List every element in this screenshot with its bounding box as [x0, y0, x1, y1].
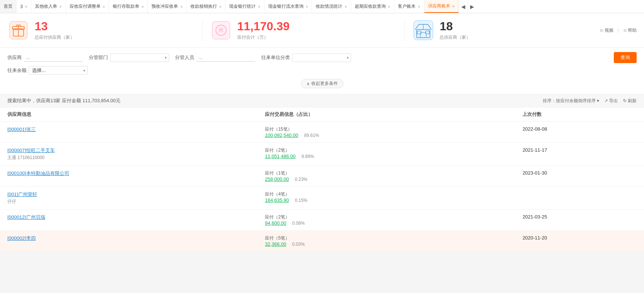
trans-info-cell: 应付（4笔）164,635.900.15%: [258, 187, 515, 210]
close-icon[interactable]: ×: [388, 4, 390, 9]
help-link[interactable]: ⊙ 帮助: [623, 27, 637, 34]
summary-card-total-suppliers: 18 总供应商（家）: [412, 19, 600, 41]
filter-person: 分管人员: [175, 54, 255, 62]
trans-count: （1笔）: [274, 170, 290, 176]
nav-customer-ledger[interactable]: 客户账本 ×: [394, 0, 424, 13]
supplier-info-cell: [000100]本特勤油品有限公司: [0, 166, 258, 187]
nav-home[interactable]: 首页: [0, 0, 17, 13]
collapse-button[interactable]: ∧ 收起更多条件: [301, 79, 343, 88]
close-icon[interactable]: ×: [180, 4, 182, 9]
supplier-link[interactable]: [000100]本特勤油品有限公司: [7, 170, 69, 176]
total-suppliers-value: 18: [440, 20, 470, 33]
amount-link[interactable]: 94,600.00: [265, 220, 286, 226]
trans-label: 应付: [265, 148, 274, 153]
nav-ar-ap-adjust[interactable]: 应收应付调整单 ×: [66, 0, 109, 13]
trans-count: （4笔）: [274, 192, 290, 197]
close-icon[interactable]: ×: [344, 4, 347, 9]
nav-bank-deposit[interactable]: 银行存取款单 ×: [109, 0, 148, 13]
amount-link[interactable]: 100,092,540.00: [265, 132, 298, 138]
refresh-icon: ↻: [623, 98, 627, 103]
payable-amount-value: 11,170.39: [237, 20, 290, 33]
supplier-link[interactable]: [000007]恒旺二手叉车: [7, 148, 55, 153]
close-icon[interactable]: ×: [141, 4, 144, 9]
category-label: 往来单位分类: [261, 54, 290, 61]
video-link[interactable]: ⊙ 视频: [600, 27, 613, 34]
supplier-link[interactable]: [000001]张三: [7, 127, 36, 132]
collapse-bar: ∧ 收起更多条件: [7, 77, 637, 91]
header-last-payment: 上次付数: [515, 107, 644, 122]
close-icon[interactable]: ×: [59, 4, 62, 9]
refresh-button[interactable]: ↻ 刷新: [623, 98, 637, 104]
nav-cash-bank-query[interactable]: 现金银行流水查询 ×: [265, 0, 312, 13]
amount-link[interactable]: 32,366.00: [265, 241, 286, 247]
trans-count: （5笔）: [274, 235, 290, 241]
dept-select[interactable]: [110, 54, 169, 62]
supplier-link[interactable]: [000012]广州贝瑞: [7, 214, 45, 220]
person-label: 分管人员: [175, 54, 194, 61]
summary-area: 13 总应付供应商（家） 米 11,170.39 应付合计（万）: [0, 13, 644, 48]
close-icon[interactable]: ×: [418, 4, 420, 9]
trans-label-line: 应付（1笔）: [265, 170, 508, 176]
supplier-link[interactable]: [000002]李四: [7, 235, 36, 241]
table-scroll[interactable]: 供应商信息 应付交易信息（占比） 上次付数 [000001]张三应付（15笔）1…: [0, 107, 644, 252]
svg-text:米: 米: [218, 27, 224, 33]
result-bar: 搜索结果中，供应商13家 应付金额 111,703,854.00元 排序：按应付…: [0, 94, 644, 107]
nav-collection-exec[interactable]: 收款核销执行 ×: [187, 0, 225, 13]
filter-row-1: 供应商 分管部门 分管人员 往来单位分类 查询: [7, 52, 637, 63]
percent-value: 89.61%: [304, 133, 319, 138]
percent-value: 9.89%: [301, 154, 314, 159]
amount-link[interactable]: 258,000.00: [265, 176, 289, 182]
supplier-sub-info: 王通 17106110000: [7, 155, 250, 161]
category-select[interactable]: [292, 54, 351, 62]
rice-icon: 米: [210, 19, 232, 41]
nav-cash-bank-stat[interactable]: 现金银行统计 ×: [225, 0, 264, 13]
close-icon[interactable]: ×: [452, 4, 455, 8]
amount-line: 258,000.000.23%: [265, 176, 508, 182]
export-icon: ↗: [604, 98, 608, 103]
person-input[interactable]: [196, 54, 255, 62]
nav-prepay-ar[interactable]: 预收冲应收单 ×: [148, 0, 186, 13]
trans-label: 应付: [265, 192, 274, 197]
summary-card-payable-suppliers: 13 总应付供应商（家）: [7, 19, 195, 41]
filter-category: 往来单位分类: [261, 54, 351, 62]
close-icon[interactable]: ×: [219, 4, 221, 9]
nav-supplier-ledger[interactable]: 供应商账本 ×: [424, 0, 459, 13]
close-icon[interactable]: ×: [103, 4, 105, 9]
amount-link[interactable]: 11,051,486.00: [265, 154, 295, 159]
supplier-info-cell: [000002]李四: [0, 231, 258, 252]
nav-prev-button[interactable]: ◀: [459, 0, 468, 13]
nav-tab3[interactable]: 3 ×: [17, 0, 31, 13]
amount-line: 100,092,540.0089.61%: [265, 132, 508, 138]
summary-card-payable-amount: 米 11,170.39 应付合计（万）: [210, 19, 398, 41]
supplier-info-cell: [000012]广州贝瑞: [0, 210, 258, 231]
close-icon[interactable]: ×: [258, 4, 260, 9]
trans-info-cell: 应付（1笔）258,000.000.23%: [258, 166, 515, 187]
main-table-wrap: 供应商信息 应付交易信息（占比） 上次付数 [000001]张三应付（15笔）1…: [0, 107, 644, 252]
supplier-link[interactable]: [001]广州荣轩: [7, 192, 37, 197]
nav-collection-stat[interactable]: 收款情况统计 ×: [312, 0, 351, 13]
last-payment-cell: 2023-01-30: [515, 166, 644, 187]
sort-control[interactable]: 排序：按应付余额倒序排序 ▾: [543, 98, 599, 104]
table-row: [001]广州荣轩仔仔应付（4笔）164,635.900.15%: [0, 187, 644, 210]
close-icon[interactable]: ×: [306, 4, 308, 9]
amount-link[interactable]: 164,635.90: [265, 197, 289, 203]
result-summary-text: 搜索结果中，供应商13家 应付金额 111,703,854.00元: [7, 97, 120, 104]
nav-overdue-ar[interactable]: 超期应收款查询 ×: [351, 0, 394, 13]
trans-label: 应付: [265, 127, 274, 132]
close-icon[interactable]: ×: [25, 4, 27, 9]
supplier-info-cell: [000001]张三: [0, 122, 258, 143]
last-payment-cell: 2021-03-25: [515, 210, 644, 231]
table-row: [000001]张三应付（15笔）100,092,540.0089.61%202…: [0, 122, 644, 143]
export-button[interactable]: ↗ 导出: [604, 98, 618, 104]
balance-select[interactable]: 选择...: [29, 66, 88, 75]
supplier-table: 供应商信息 应付交易信息（占比） 上次付数 [000001]张三应付（15笔）1…: [0, 107, 644, 252]
nav-next-button[interactable]: ▶: [468, 0, 476, 13]
nav-other-income[interactable]: 其他收入单 ×: [31, 0, 66, 13]
search-button[interactable]: 查询: [614, 52, 637, 63]
supplier-input[interactable]: [24, 54, 83, 62]
total-suppliers-label: 总供应商（家）: [440, 34, 470, 41]
trans-label-line: 应付（5笔）: [265, 235, 508, 241]
trans-count: （2笔）: [274, 214, 290, 220]
amount-line: 32,366.000.03%: [265, 241, 508, 247]
payable-suppliers-label: 总应付供应商（家）: [35, 34, 74, 41]
